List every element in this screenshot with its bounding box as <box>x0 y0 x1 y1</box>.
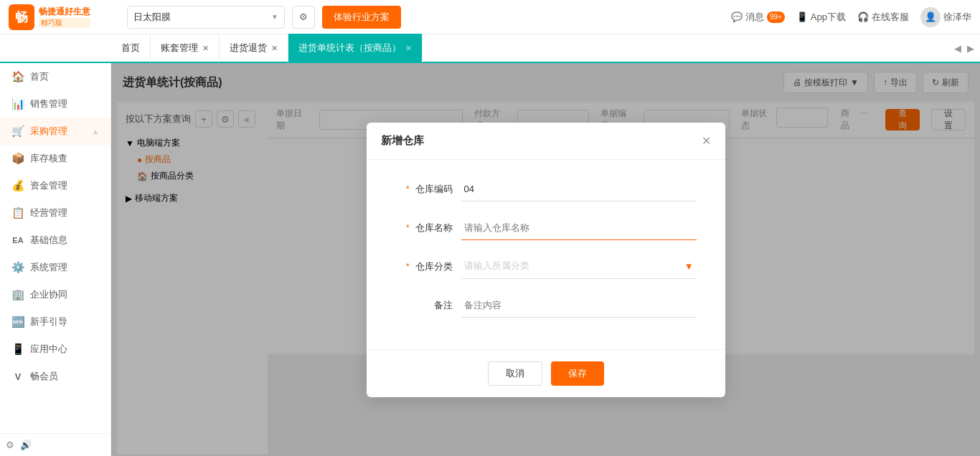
form-row-name: * 仓库名称 <box>395 216 697 240</box>
modal-title: 新增仓库 <box>381 134 424 148</box>
tab-close-return[interactable]: ✕ <box>271 44 278 53</box>
settings-button[interactable]: ⚙ <box>292 6 315 29</box>
sidebar: 🏠 首页 📊 销售管理 🛒 采购管理 ▲ 📦 库存核查 💰 资金管理 📋 经营管… <box>0 63 111 456</box>
online-service-button[interactable]: 🎧 在线客服 <box>857 11 909 24</box>
cancel-button[interactable]: 取消 <box>488 361 542 386</box>
modal-footer: 取消 保存 <box>367 349 725 397</box>
avatar: 👤 <box>920 7 941 27</box>
logo-icon: 畅 <box>9 4 34 30</box>
tab-close-stats[interactable]: ✕ <box>405 44 412 53</box>
enterprise-icon: 🏢 <box>11 288 24 301</box>
modal-new-warehouse: 新增仓库 ✕ * 仓库编码 * <box>367 123 725 397</box>
tab-account[interactable]: 账套管理 ✕ <box>151 34 220 62</box>
form-row-note: 备注 <box>395 293 697 318</box>
system-icon: ⚙️ <box>11 261 24 274</box>
sidebar-item-guide[interactable]: 🆕 新手引导 <box>0 308 110 336</box>
tab-purchase-stats[interactable]: 进货单统计表（按商品） ✕ <box>288 34 423 62</box>
basic-icon: EA <box>11 234 24 247</box>
main-layout: 🏠 首页 📊 销售管理 🛒 采购管理 ▲ 📦 库存核查 💰 资金管理 📋 经营管… <box>0 63 980 456</box>
modal-close-button[interactable]: ✕ <box>702 134 711 148</box>
finance-icon: 💰 <box>11 179 24 192</box>
content-area: 进货单统计(按商品) 🖨 按模板打印 ▼ ↑ 导出 ↻ 刷新 <box>111 63 980 456</box>
note-input[interactable] <box>461 293 697 318</box>
sidebar-sound-icon[interactable]: 🔊 <box>20 440 32 450</box>
logo-area: 畅 畅捷通好生意 精巧版 <box>9 4 120 30</box>
dropdown-arrow-icon: ▼ <box>271 13 278 21</box>
sidebar-settings-icon[interactable]: ⚙ <box>6 440 14 450</box>
sidebar-item-home[interactable]: 🏠 首页 <box>0 63 110 90</box>
sidebar-item-basic[interactable]: EA 基础信息 <box>0 227 110 254</box>
category-label: * 仓库分类 <box>395 260 453 273</box>
form-row-category: * 仓库分类 请输入所属分类 ▼ <box>395 255 697 279</box>
sidebar-item-operation[interactable]: 📋 经营管理 <box>0 199 110 227</box>
code-label: * 仓库编码 <box>395 183 453 196</box>
sidebar-toggle-icon: ▲ <box>92 128 99 136</box>
headset-icon: 🎧 <box>857 11 869 22</box>
sidebar-item-inventory[interactable]: 📦 库存核查 <box>0 145 110 172</box>
sidebar-item-finance[interactable]: 💰 资金管理 <box>0 172 110 199</box>
modal-body: * 仓库编码 * 仓库名称 <box>367 160 725 349</box>
tab-home[interactable]: 首页 <box>111 34 151 62</box>
trial-button[interactable]: 体验行业方案 <box>322 6 401 29</box>
form-row-code: * 仓库编码 <box>395 177 697 201</box>
sidebar-item-system[interactable]: ⚙️ 系统管理 <box>0 254 110 281</box>
sidebar-item-vip[interactable]: V 畅会员 <box>0 363 110 390</box>
warehouse-code-input[interactable] <box>461 177 697 201</box>
home-icon: 🏠 <box>11 70 24 83</box>
mobile-icon: 📱 <box>796 11 808 22</box>
warehouse-category-select[interactable]: 请输入所属分类 ▼ <box>461 255 697 279</box>
vip-icon: V <box>11 370 24 383</box>
header-right: 💬 消息 99+ 📱 App下载 🎧 在线客服 👤 徐泽华 <box>731 7 971 27</box>
modal-header: 新增仓库 ✕ <box>367 123 725 160</box>
inventory-icon: 📦 <box>11 152 24 165</box>
operation-icon: 📋 <box>11 206 24 219</box>
purchase-icon: 🛒 <box>11 125 24 138</box>
note-label: 备注 <box>395 299 453 312</box>
message-icon: 💬 <box>731 11 743 22</box>
modal-overlay[interactable]: 新增仓库 ✕ * 仓库编码 * <box>111 63 980 456</box>
tab-prev-icon[interactable]: ◀ <box>954 43 961 54</box>
tab-next-icon[interactable]: ▶ <box>967 43 974 54</box>
top-header: 畅 畅捷通好生意 精巧版 ▼ ⚙ 体验行业方案 💬 消息 99+ 📱 App下载… <box>0 0 980 34</box>
sidebar-item-purchase[interactable]: 🛒 采购管理 ▲ <box>0 118 110 145</box>
tab-close-account[interactable]: ✕ <box>202 44 209 53</box>
guide-icon: 🆕 <box>11 315 24 328</box>
tab-bar: 首页 账套管理 ✕ 进货退货 ✕ 进货单统计表（按商品） ✕ ◀ ▶ <box>0 34 980 63</box>
messages-button[interactable]: 💬 消息 99+ <box>731 11 785 24</box>
app-download-button[interactable]: 📱 App下载 <box>796 11 846 24</box>
sidebar-item-sales[interactable]: 📊 销售管理 <box>0 90 110 118</box>
sidebar-item-enterprise[interactable]: 🏢 企业协同 <box>0 281 110 308</box>
user-profile-button[interactable]: 👤 徐泽华 <box>920 7 971 27</box>
tab-purchase-return[interactable]: 进货退货 ✕ <box>220 34 288 62</box>
sales-icon: 📊 <box>11 98 24 110</box>
save-button[interactable]: 保存 <box>551 361 604 386</box>
search-input[interactable] <box>133 11 271 22</box>
logo-text: 畅捷通好生意 精巧版 <box>39 6 90 28</box>
apps-icon: 📱 <box>11 343 24 356</box>
name-label: * 仓库名称 <box>395 222 453 234</box>
warehouse-name-input[interactable] <box>461 216 697 240</box>
sidebar-item-apps[interactable]: 📱 应用中心 <box>0 336 110 363</box>
search-bar[interactable]: ▼ <box>127 6 285 29</box>
category-dropdown-icon: ▼ <box>684 261 694 272</box>
